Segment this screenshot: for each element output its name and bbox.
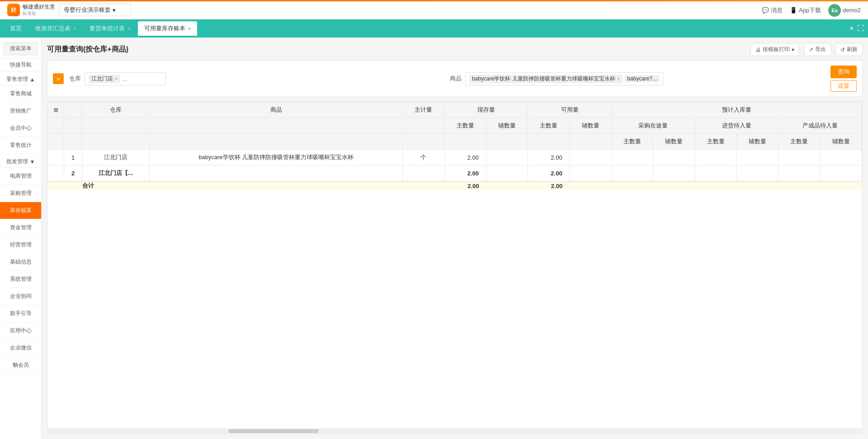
warehouse-input[interactable]: 江北门店 × ... [85, 72, 166, 85]
row2-gear [48, 165, 64, 182]
retail-stats-label: 零售统计 [10, 142, 32, 149]
sidebar-item-purchase[interactable]: 采购管理 [0, 185, 41, 202]
footer-seq [64, 181, 82, 190]
sidebar-item-wholesale-mgmt[interactable]: 批发管理 ▼ [0, 154, 41, 168]
refresh-label: 刷新 [847, 46, 858, 53]
search-menu-btn[interactable]: 搜索菜单 [4, 42, 38, 55]
sidebar-item-app-center[interactable]: 应用中心 [0, 322, 41, 340]
gear-icon: ⚙ [53, 107, 59, 113]
filter-expand-btn[interactable]: » [53, 73, 64, 84]
th-warehouse-sub2 [82, 134, 150, 150]
query-btn-label: 查询 [838, 68, 849, 75]
th-cs-aux-qty2 [486, 134, 528, 150]
sidebar-item-inventory[interactable]: 库存核算 [0, 202, 41, 219]
footer-cs-aux [486, 181, 528, 190]
user-profile-btn[interactable]: Ea demo2 [828, 4, 861, 17]
sidebar-item-member-center[interactable]: 会员中心 [0, 120, 41, 137]
sidebar-item-new-guide[interactable]: 新手引导 [0, 305, 41, 322]
warehouse-tag-remove[interactable]: × [115, 76, 118, 81]
export-icon: ↗ [809, 47, 813, 53]
row1-unit: 个 [403, 150, 444, 165]
export-btn[interactable]: ↗ 导出 [804, 43, 831, 56]
sidebar-item-system-mgmt[interactable]: 系统管理 [0, 271, 41, 288]
pur-aux-qty-label: 辅数量 [665, 138, 683, 145]
sidebar-item-ecommerce[interactable]: 电商管理 [0, 168, 41, 185]
expand-window-btn[interactable]: ⛶ [857, 24, 864, 33]
footer-unit [403, 181, 444, 190]
inbound-pending-label: 进货待入量 [722, 122, 751, 129]
sidebar-item-retail-mgmt[interactable]: 零售管理 ▲ [0, 72, 41, 85]
sidebar-item-basic-info[interactable]: 基础信息 [0, 254, 41, 271]
wholesale-mgmt-label: 批发管理 [6, 158, 28, 165]
row1-warehouse: 江北门店 [82, 150, 150, 165]
basic-info-label: 基础信息 [10, 258, 32, 266]
footer-product [150, 181, 403, 190]
tab-order-stats[interactable]: 要货单统计表 × [83, 21, 137, 36]
th-seq-sub [64, 118, 82, 134]
row1-inb-aux [736, 150, 778, 165]
inventory-label: 库存核算 [10, 207, 32, 214]
sidebar-item-retail-mall[interactable]: 零售商城 [0, 85, 41, 103]
forecast-inbound-header: 预计入库量 [722, 106, 751, 113]
th-purchase-in-transit: 采购在途量 [611, 118, 695, 134]
logo-text: 畅捷通好生意 [23, 4, 55, 10]
th-inb-aux-qty: 辅数量 [736, 134, 778, 150]
scrollbar-thumb[interactable] [228, 429, 319, 433]
filter-btn-group: 查询 设置 [830, 66, 857, 92]
table-scrollbar[interactable] [47, 429, 862, 433]
sidebar-item-enterprise-wechat[interactable]: 企业微信 [0, 340, 41, 357]
avatar-text: Ea [832, 8, 838, 13]
warehouse-dots[interactable]: ... [122, 75, 127, 82]
tab-order-stats-close[interactable]: × [127, 26, 130, 31]
sidebar-item-ops-mgmt[interactable]: 经营管理 [0, 236, 41, 254]
close-window-btn[interactable]: × [849, 24, 854, 33]
sidebar-item-enterprise-collab[interactable]: 企业协同 [0, 288, 41, 305]
prod-main-qty-label: 主数量 [790, 138, 808, 145]
settings-btn[interactable]: 设置 [830, 80, 857, 92]
product-tag-2: babycare?... [624, 75, 660, 82]
tab-available-stock-close[interactable]: × [188, 26, 191, 31]
tab-available-stock[interactable]: 可用量库存账本 × [138, 21, 197, 36]
app-center-label: 应用中心 [10, 327, 32, 335]
app-label: App下载 [799, 6, 821, 14]
warehouse-header: 仓库 [110, 106, 122, 113]
message-btn[interactable]: 💬 消息 [762, 6, 783, 14]
print-icon: 🖨 [755, 47, 761, 53]
tab-receive-summary[interactable]: 收发存汇总表 × [29, 21, 82, 36]
app-download-btn[interactable]: 📱 App下载 [790, 6, 821, 14]
print-btn[interactable]: 🖨 按模板打印 ▾ [750, 43, 799, 56]
nav-tabs: 首页 收发存汇总表 × 要货单统计表 × 可用量库存账本 × × ⛶ [0, 19, 868, 38]
tab-home[interactable]: 首页 [4, 21, 28, 36]
product-input[interactable]: babycare学饮杯 儿童防摔防撞吸管杯重力球吸嘴杯宝宝水杯 × babyca… [465, 72, 664, 85]
current-stock-header: 现存量 [477, 106, 495, 113]
enterprise-wechat-label: 企业微信 [10, 344, 32, 352]
page-title: 可用量查询(按仓库+商品) [47, 45, 128, 54]
th-gear[interactable]: ⚙ [48, 102, 64, 118]
footer-av-main: 2.00 [528, 181, 570, 190]
logo-icon: 好 [7, 4, 20, 16]
retail-mall-label: 零售商城 [10, 90, 32, 98]
warehouse-tag: 江北门店 × [89, 75, 120, 83]
page-content: 可用量查询(按仓库+商品) 🖨 按模板打印 ▾ ↗ 导出 ↺ 刷新 [42, 38, 868, 439]
th-available-qty: 可用量 [528, 102, 612, 118]
sidebar-item-vip-member[interactable]: 畅会员 [0, 357, 41, 374]
sidebar-item-retail-stats[interactable]: 零售统计 [0, 137, 41, 154]
footer-pur-main [611, 181, 653, 190]
sidebar-item-marketing[interactable]: 营销推广 [0, 103, 41, 120]
tab-receive-summary-close[interactable]: × [73, 26, 76, 31]
th-prod-main-qty: 主数量 [778, 134, 820, 150]
query-btn[interactable]: 查询 [830, 66, 857, 78]
quick-nav-btn[interactable]: 快捷导航 [0, 58, 41, 72]
th-product-sub [150, 118, 403, 134]
th-warehouse-sub [82, 118, 150, 134]
footer-pur-aux [653, 181, 695, 190]
warehouse-filter-label: 仓库 [69, 75, 81, 83]
th-main-unit-sub [403, 118, 444, 134]
company-dropdown[interactable]: 母婴行业演示账套 ▾ [59, 4, 131, 16]
refresh-btn[interactable]: ↺ 刷新 [835, 43, 863, 56]
sidebar-item-finance[interactable]: 资金管理 [0, 219, 41, 236]
th-seq [64, 102, 82, 118]
product-tag-1-remove[interactable]: × [617, 76, 620, 81]
prod-aux-qty-label: 辅数量 [832, 138, 850, 145]
th-seq-sub2 [64, 134, 82, 150]
